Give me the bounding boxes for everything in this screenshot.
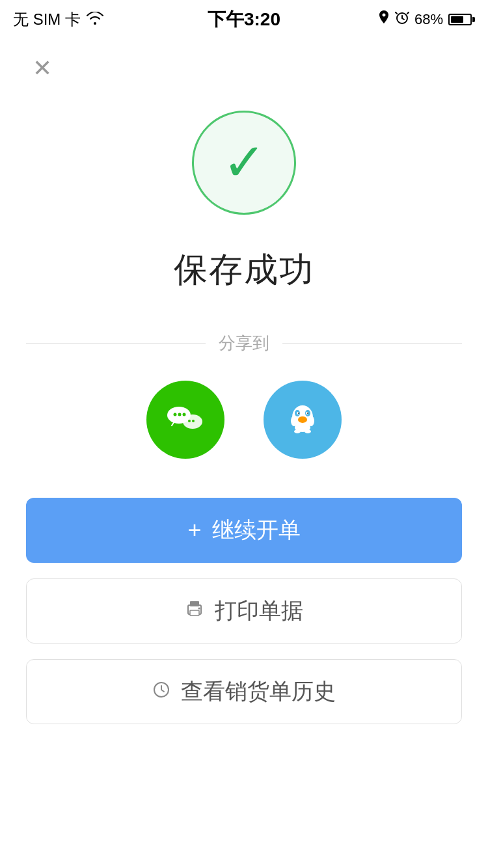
svg-point-4 xyxy=(178,413,182,416)
alarm-icon xyxy=(395,10,409,29)
svg-point-5 xyxy=(183,413,186,416)
share-divider-row: 分享到 xyxy=(26,332,462,355)
divider-left xyxy=(26,343,206,344)
continue-order-label: 继续开单 xyxy=(212,515,301,545)
status-bar: 无 SIM 卡 下午3:20 68% xyxy=(0,0,488,39)
svg-point-20 xyxy=(305,429,311,433)
status-time: 下午3:20 xyxy=(208,7,280,32)
status-left: 无 SIM 卡 xyxy=(13,9,104,30)
svg-point-16 xyxy=(291,416,297,426)
battery-percentage: 68% xyxy=(414,11,443,28)
svg-point-7 xyxy=(192,420,195,422)
battery-icon xyxy=(448,14,475,25)
printer-icon xyxy=(185,600,204,623)
svg-point-14 xyxy=(307,413,308,414)
qq-icon xyxy=(282,399,324,441)
close-button[interactable]: ✕ xyxy=(26,52,59,85)
main-content: ✓ 保存成功 分享到 xyxy=(0,98,488,868)
svg-point-15 xyxy=(298,416,307,423)
share-section: 分享到 xyxy=(26,332,462,459)
carrier-text: 无 SIM 卡 xyxy=(13,9,81,30)
svg-point-13 xyxy=(298,413,299,414)
print-label: 打印单据 xyxy=(215,596,303,626)
svg-rect-23 xyxy=(190,610,199,616)
wifi-icon xyxy=(86,10,104,29)
svg-point-6 xyxy=(188,420,191,422)
share-icons-row xyxy=(26,381,462,459)
share-label: 分享到 xyxy=(219,332,269,355)
close-area: ✕ xyxy=(0,39,488,98)
qq-share-button[interactable] xyxy=(264,381,342,459)
checkmark-icon: ✓ xyxy=(223,137,266,189)
success-title: 保存成功 xyxy=(174,247,314,293)
svg-rect-22 xyxy=(190,601,199,606)
print-button[interactable]: 打印单据 xyxy=(26,578,462,644)
wechat-icon xyxy=(163,397,208,442)
svg-point-19 xyxy=(294,429,301,433)
svg-point-17 xyxy=(308,416,314,426)
plus-icon: + xyxy=(187,517,201,544)
status-right: 68% xyxy=(378,10,475,29)
success-circle: ✓ xyxy=(192,111,296,215)
svg-point-3 xyxy=(174,413,177,416)
close-icon: ✕ xyxy=(33,57,52,80)
svg-point-24 xyxy=(198,607,200,609)
divider-right xyxy=(282,343,462,344)
clock-icon xyxy=(152,681,170,703)
location-icon xyxy=(378,10,390,29)
action-buttons: + 继续开单 打印单据 查看销货单历史 xyxy=(26,498,462,724)
continue-order-button[interactable]: + 继续开单 xyxy=(26,498,462,563)
history-button[interactable]: 查看销货单历史 xyxy=(26,659,462,724)
history-label: 查看销货单历史 xyxy=(181,677,336,707)
wechat-share-button[interactable] xyxy=(146,381,224,459)
